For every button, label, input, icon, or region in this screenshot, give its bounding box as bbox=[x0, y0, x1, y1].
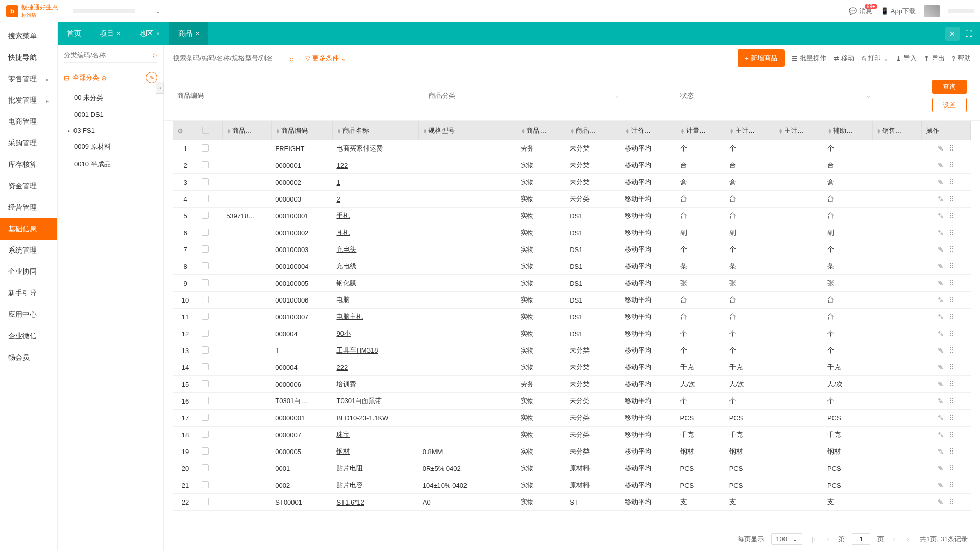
more-icon[interactable]: ⠿ bbox=[949, 346, 954, 355]
edit-icon[interactable]: ✎ bbox=[938, 178, 944, 186]
category-search-input[interactable] bbox=[64, 51, 152, 59]
move-button[interactable]: ⇄移动 bbox=[834, 54, 854, 63]
close-all-tabs-button[interactable]: ✕ bbox=[945, 27, 960, 41]
column-header[interactable]: ▲▼辅助… bbox=[823, 121, 872, 140]
more-icon[interactable]: ⠿ bbox=[949, 279, 954, 287]
row-checkbox[interactable] bbox=[202, 245, 209, 253]
sidebar-item[interactable]: 畅会员 bbox=[0, 347, 57, 368]
all-categories[interactable]: 全部分类⊕ bbox=[72, 73, 107, 82]
more-icon[interactable]: ⠿ bbox=[949, 498, 954, 506]
import-button[interactable]: ⤓导入 bbox=[896, 54, 917, 63]
row-checkbox[interactable] bbox=[202, 195, 209, 202]
close-icon[interactable]: × bbox=[117, 30, 120, 37]
sidebar-item[interactable]: 企业协同 bbox=[0, 261, 57, 283]
tab[interactable]: 项目× bbox=[90, 22, 130, 45]
last-page-button[interactable]: ›| bbox=[904, 534, 913, 544]
collapse-panel-button[interactable]: ‹‹ bbox=[156, 82, 164, 94]
row-checkbox[interactable] bbox=[202, 447, 209, 455]
row-checkbox[interactable] bbox=[202, 144, 209, 152]
more-icon[interactable]: ⠿ bbox=[949, 245, 954, 254]
batch-action-button[interactable]: ☰批量操作 bbox=[792, 54, 826, 63]
edit-icon[interactable]: ✎ bbox=[938, 296, 944, 304]
edit-icon[interactable]: ✎ bbox=[938, 330, 944, 338]
product-name-link[interactable]: 电脑主机 bbox=[336, 313, 363, 320]
edit-icon[interactable]: ✎ bbox=[938, 262, 944, 270]
search-icon[interactable]: ⌕ bbox=[152, 50, 157, 59]
column-header[interactable]: ▲▼主计… bbox=[774, 121, 823, 140]
column-header[interactable]: ▲▼商品… bbox=[517, 121, 566, 140]
close-icon[interactable]: × bbox=[156, 30, 160, 37]
edit-icon[interactable]: ✎ bbox=[938, 229, 944, 237]
next-page-button[interactable]: › bbox=[891, 534, 897, 544]
category-node[interactable]: 0010 半成品 bbox=[64, 156, 157, 173]
product-name-link[interactable]: 珠宝 bbox=[336, 431, 350, 438]
row-checkbox[interactable] bbox=[202, 279, 209, 286]
tab[interactable]: 商品× bbox=[169, 22, 208, 45]
sidebar-item[interactable]: 采购管理 bbox=[0, 133, 57, 154]
product-name-link[interactable]: BLD10-23-1.1KW bbox=[336, 414, 388, 422]
search-icon[interactable]: ⌕ bbox=[289, 54, 294, 63]
fullscreen-button[interactable]: ⛶ bbox=[962, 27, 976, 41]
sort-icon[interactable]: ▲▼ bbox=[570, 129, 575, 134]
category-node[interactable]: ▸03 FS1 bbox=[64, 122, 157, 138]
sidebar-item[interactable]: 资金管理 bbox=[0, 176, 57, 197]
product-name-link[interactable]: 2 bbox=[336, 195, 340, 203]
more-icon[interactable]: ⠿ bbox=[949, 296, 954, 304]
product-name-link[interactable]: 1 bbox=[336, 179, 340, 186]
more-icon[interactable]: ⠿ bbox=[949, 363, 954, 371]
gear-icon[interactable]: ⚙ bbox=[177, 127, 183, 135]
org-selector[interactable]: ⌄ bbox=[74, 7, 161, 15]
edit-icon[interactable]: ✎ bbox=[938, 498, 944, 506]
more-icon[interactable]: ⠿ bbox=[949, 212, 954, 220]
more-icon[interactable]: ⠿ bbox=[949, 397, 954, 405]
sort-icon[interactable]: ▲▼ bbox=[625, 129, 630, 134]
sort-icon[interactable]: ▲▼ bbox=[877, 129, 881, 134]
column-header[interactable]: ▲▼商品名称 bbox=[332, 121, 418, 140]
row-checkbox[interactable] bbox=[202, 313, 209, 320]
column-header[interactable]: ▲▼规格型号 bbox=[419, 121, 517, 140]
sidebar-item[interactable]: 快捷导航 bbox=[0, 47, 57, 68]
select-all-checkbox[interactable] bbox=[202, 127, 209, 134]
more-icon[interactable]: ⠿ bbox=[949, 229, 954, 237]
sidebar-item[interactable]: 企业微信 bbox=[0, 325, 57, 347]
product-name-link[interactable]: 充电线 bbox=[336, 262, 356, 270]
edit-icon[interactable]: ✎ bbox=[938, 212, 944, 220]
column-header[interactable]: ▲▼商品… bbox=[222, 121, 271, 140]
more-filters-button[interactable]: ▽ 更多条件 ⌄ bbox=[305, 54, 347, 63]
row-checkbox[interactable] bbox=[202, 262, 209, 269]
category-node[interactable]: 00 未分类 bbox=[64, 89, 157, 107]
row-checkbox[interactable] bbox=[202, 330, 209, 337]
sort-icon[interactable]: ▲▼ bbox=[827, 129, 832, 134]
avatar[interactable] bbox=[924, 5, 940, 17]
sort-icon[interactable]: ▲▼ bbox=[276, 129, 280, 134]
more-icon[interactable]: ⠿ bbox=[949, 414, 954, 422]
help-button[interactable]: ?帮助 bbox=[952, 54, 971, 63]
edit-icon[interactable]: ✎ bbox=[938, 397, 944, 405]
sort-icon[interactable]: ▲▼ bbox=[423, 129, 427, 134]
first-page-button[interactable]: |‹ bbox=[810, 534, 818, 544]
product-name-link[interactable]: T0301白面黑带 bbox=[336, 397, 382, 405]
edit-icon[interactable]: ✎ bbox=[938, 481, 944, 489]
sort-icon[interactable]: ▲▼ bbox=[521, 129, 526, 134]
row-checkbox[interactable] bbox=[202, 481, 209, 488]
row-checkbox[interactable] bbox=[202, 414, 209, 421]
sidebar-item[interactable]: 系统管理 bbox=[0, 240, 57, 261]
add-product-button[interactable]: + 新增商品 bbox=[738, 49, 785, 67]
page-input[interactable] bbox=[852, 533, 870, 545]
row-checkbox[interactable] bbox=[202, 212, 209, 219]
prev-page-button[interactable]: ‹ bbox=[825, 534, 831, 544]
edit-icon[interactable]: ✎ bbox=[938, 431, 944, 439]
more-icon[interactable]: ⠿ bbox=[949, 464, 954, 472]
category-node[interactable]: 0009 原材料 bbox=[64, 138, 157, 156]
tab[interactable]: 地区× bbox=[130, 22, 169, 45]
edit-icon[interactable]: ✎ bbox=[938, 313, 944, 321]
close-icon[interactable]: × bbox=[195, 30, 199, 37]
print-button[interactable]: ⎙打印⌄ bbox=[862, 54, 889, 63]
product-name-link[interactable]: 工具车HM318 bbox=[336, 346, 378, 354]
sidebar-item[interactable]: 新手引导 bbox=[0, 283, 57, 304]
sort-icon[interactable]: ▲▼ bbox=[337, 129, 341, 134]
more-icon[interactable]: ⠿ bbox=[949, 380, 954, 388]
product-name-link[interactable]: 钢化膜 bbox=[336, 279, 356, 287]
download-button[interactable]: 📱 App下载 bbox=[880, 7, 916, 16]
row-checkbox[interactable] bbox=[202, 380, 209, 387]
